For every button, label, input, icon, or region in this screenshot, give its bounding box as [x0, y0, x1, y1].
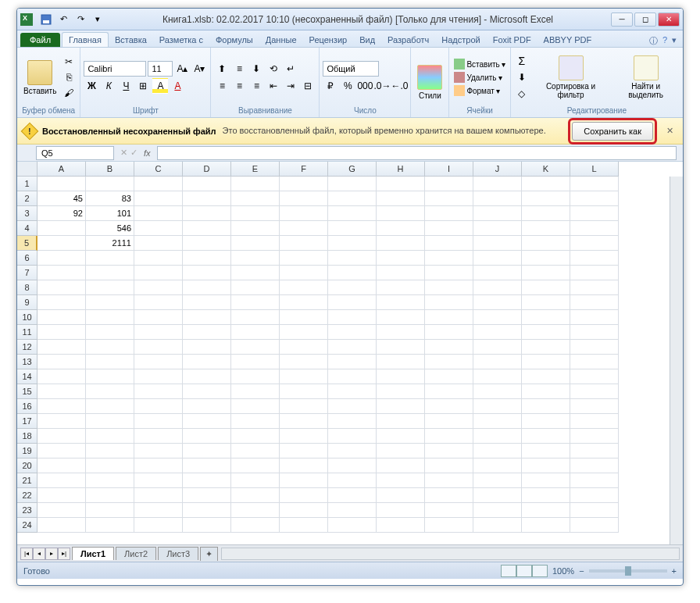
minimize-ribbon-icon[interactable]: ⓘ: [649, 35, 658, 47]
cell[interactable]: [231, 473, 280, 488]
cell[interactable]: [134, 488, 183, 503]
cell[interactable]: [473, 429, 522, 444]
cell[interactable]: [522, 399, 570, 414]
cell[interactable]: [134, 458, 183, 473]
cell[interactable]: [231, 340, 280, 355]
cell[interactable]: [425, 473, 473, 488]
cell[interactable]: [280, 458, 328, 473]
cell[interactable]: 45: [38, 191, 86, 206]
cell[interactable]: [522, 221, 570, 236]
row-header[interactable]: 3: [17, 206, 38, 221]
cell[interactable]: [473, 325, 522, 340]
cell[interactable]: [522, 177, 570, 191]
cell[interactable]: [86, 355, 134, 369]
cell[interactable]: [134, 473, 183, 488]
cell[interactable]: [570, 458, 619, 473]
decrease-decimal-icon[interactable]: ←.0: [391, 78, 407, 94]
cell[interactable]: [473, 414, 522, 429]
cell[interactable]: [231, 177, 280, 191]
cell[interactable]: [473, 206, 522, 221]
paste-button[interactable]: Вставить: [20, 59, 59, 97]
cell[interactable]: [86, 325, 134, 340]
cell[interactable]: [38, 340, 86, 355]
cell[interactable]: [522, 369, 570, 384]
currency-icon[interactable]: ₽: [323, 78, 338, 94]
cell[interactable]: [570, 251, 619, 266]
cell[interactable]: [570, 503, 619, 518]
cancel-formula-icon[interactable]: ✕: [120, 148, 127, 158]
tab-abbyy[interactable]: ABBYY PDF: [538, 33, 598, 47]
cell[interactable]: [522, 295, 570, 310]
cell[interactable]: [231, 206, 280, 221]
cell[interactable]: [86, 473, 134, 488]
minimize-button[interactable]: ─: [611, 12, 633, 27]
cell[interactable]: [280, 503, 328, 518]
cell[interactable]: [328, 458, 377, 473]
cell[interactable]: [377, 191, 425, 206]
cell[interactable]: [522, 458, 570, 473]
cell[interactable]: [328, 518, 377, 533]
row-header[interactable]: 2: [17, 191, 38, 206]
cell[interactable]: [183, 429, 231, 444]
cell[interactable]: [328, 325, 377, 340]
font-size-select[interactable]: [148, 61, 173, 77]
cell[interactable]: [38, 325, 86, 340]
cell[interactable]: [328, 384, 377, 399]
cell[interactable]: [38, 503, 86, 518]
cell[interactable]: [38, 518, 86, 533]
cell[interactable]: [570, 355, 619, 369]
cell[interactable]: [570, 236, 619, 251]
cell[interactable]: [134, 369, 183, 384]
formula-bar[interactable]: [157, 146, 677, 160]
sheet-nav-first[interactable]: |◂: [20, 548, 33, 560]
cell[interactable]: [86, 399, 134, 414]
increase-font-icon[interactable]: A▴: [174, 61, 190, 77]
cell[interactable]: [522, 503, 570, 518]
decrease-indent-icon[interactable]: ⇤: [266, 78, 281, 94]
row-header[interactable]: 8: [17, 280, 38, 295]
cell[interactable]: [280, 384, 328, 399]
cell[interactable]: [425, 310, 473, 325]
cell[interactable]: [473, 399, 522, 414]
help-icon[interactable]: ?: [662, 35, 667, 47]
number-format-select[interactable]: [323, 61, 379, 77]
cell[interactable]: [425, 355, 473, 369]
tab-home[interactable]: Главная: [62, 32, 109, 47]
sheet-tab-2[interactable]: Лист2: [116, 547, 156, 560]
align-middle-icon[interactable]: ≡: [231, 61, 247, 77]
cell[interactable]: [328, 444, 377, 458]
cell[interactable]: [134, 236, 183, 251]
cell[interactable]: [473, 355, 522, 369]
cell[interactable]: [183, 355, 231, 369]
cell[interactable]: [522, 473, 570, 488]
cell[interactable]: [86, 444, 134, 458]
cell[interactable]: [473, 488, 522, 503]
close-button[interactable]: ✕: [658, 12, 680, 27]
cell[interactable]: [38, 369, 86, 384]
row-header[interactable]: 10: [17, 310, 38, 325]
sheet-nav-last[interactable]: ▸|: [58, 548, 70, 560]
cell[interactable]: [377, 221, 425, 236]
cell[interactable]: [328, 206, 377, 221]
cell[interactable]: [328, 280, 377, 295]
tab-view[interactable]: Вид: [353, 33, 381, 47]
cell[interactable]: [328, 251, 377, 266]
cell[interactable]: [570, 206, 619, 221]
cell[interactable]: [134, 503, 183, 518]
increase-decimal-icon[interactable]: .0→: [374, 78, 390, 94]
save-icon[interactable]: [39, 12, 53, 27]
align-center-icon[interactable]: ≡: [231, 78, 247, 94]
cell[interactable]: [183, 295, 231, 310]
cell[interactable]: [570, 473, 619, 488]
cell[interactable]: [425, 429, 473, 444]
column-header[interactable]: F: [280, 162, 328, 177]
cell[interactable]: [183, 458, 231, 473]
row-header[interactable]: 6: [17, 251, 38, 266]
cell[interactable]: [425, 325, 473, 340]
cell[interactable]: [231, 355, 280, 369]
row-header[interactable]: 13: [17, 355, 38, 369]
cell[interactable]: [570, 177, 619, 191]
cell[interactable]: 2111: [86, 236, 134, 251]
row-header[interactable]: 21: [17, 473, 38, 488]
cell[interactable]: [328, 429, 377, 444]
